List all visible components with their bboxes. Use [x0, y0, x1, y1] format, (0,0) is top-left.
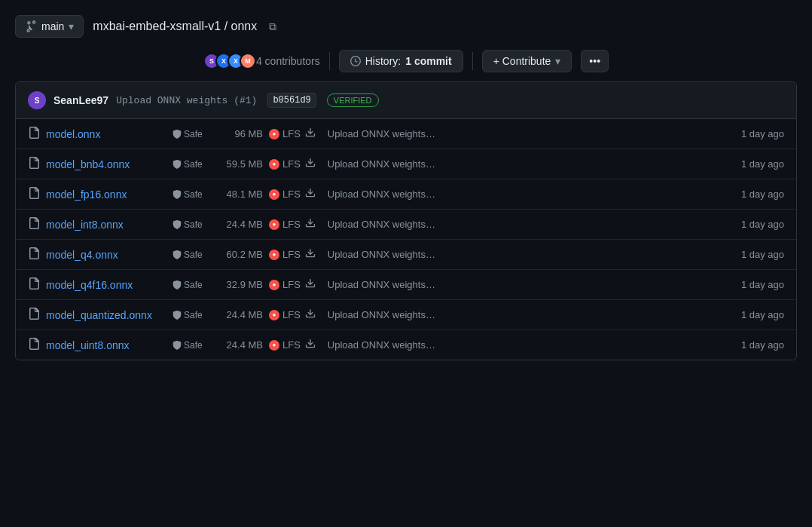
file-size: 48.1 MB [210, 188, 263, 200]
lfs-badge: ● LFS [269, 188, 301, 200]
download-icon[interactable] [305, 248, 316, 261]
file-time: 1 day ago [724, 158, 784, 170]
lfs-badge: ● LFS [269, 128, 301, 139]
file-name[interactable]: model.onnx [46, 128, 166, 140]
contributors-count: 4 contributors [256, 55, 320, 67]
table-row: model_int8.onnx Safe 24.4 MB ● LFS Uploa… [16, 210, 796, 240]
file-table: S SeanLee97 Upload ONNX weights (#1) b05… [15, 81, 797, 360]
chevron-down-icon: ▾ [69, 20, 74, 32]
file-commit-message: Upload ONNX weights… [328, 309, 712, 320]
safe-badge: Safe [172, 280, 210, 290]
file-icon [28, 127, 40, 141]
file-size: 32.9 MB [210, 279, 263, 290]
file-name[interactable]: model_quantized.onnx [46, 309, 166, 321]
table-row: model_q4f16.onnx Safe 32.9 MB ● LFS Uplo… [16, 270, 796, 300]
file-icon [28, 247, 40, 262]
lfs-label: LFS [282, 339, 301, 351]
table-row: model_fp16.onnx Safe 48.1 MB ● LFS Uploa… [16, 179, 796, 210]
shield-icon [172, 341, 182, 350]
lfs-dot-icon: ● [269, 310, 279, 320]
lfs-dot-icon: ● [269, 340, 279, 351]
shield-icon [172, 190, 182, 199]
file-commit-message: Upload ONNX weights… [328, 339, 712, 351]
file-commit-message: Upload ONNX weights… [328, 249, 712, 260]
file-size: 24.4 MB [210, 339, 263, 351]
git-branch-icon [25, 20, 37, 32]
breadcrumb: mxbai-embed-xsmall-v1 / onnx [93, 20, 257, 33]
table-row: model_uint8.onnx Safe 24.4 MB ● LFS Uplo… [16, 330, 796, 360]
download-icon[interactable] [305, 308, 316, 321]
contributors-group[interactable]: S X X M 4 contributors [203, 53, 320, 69]
file-name[interactable]: model_uint8.onnx [46, 339, 166, 351]
file-commit-message: Upload ONNX weights… [328, 158, 712, 170]
commit-header-row: S SeanLee97 Upload ONNX weights (#1) b05… [16, 82, 796, 119]
file-commit-message: Upload ONNX weights… [328, 279, 712, 290]
file-time: 1 day ago [724, 339, 784, 351]
lfs-dot-icon: ● [269, 280, 279, 290]
lfs-badge: ● LFS [269, 249, 301, 260]
download-icon[interactable] [305, 127, 316, 140]
safe-badge: Safe [172, 310, 210, 320]
file-name[interactable]: model_fp16.onnx [46, 188, 166, 201]
history-label: History: [365, 55, 401, 67]
file-time: 1 day ago [724, 249, 784, 260]
lfs-badge: ● LFS [269, 158, 301, 170]
file-icon [28, 308, 40, 322]
contribute-label: + Contribute [493, 55, 551, 67]
branch-selector[interactable]: main ▾ [15, 15, 84, 38]
file-commit-message: Upload ONNX weights… [328, 219, 712, 230]
lfs-label: LFS [282, 309, 301, 320]
file-name[interactable]: model_bnb4.onnx [46, 158, 166, 170]
file-time: 1 day ago [724, 128, 784, 139]
lfs-label: LFS [282, 128, 301, 139]
file-name[interactable]: model_q4f16.onnx [46, 279, 166, 291]
file-size: 59.5 MB [210, 158, 263, 170]
shield-icon [172, 130, 182, 139]
shield-icon [172, 250, 182, 259]
commit-author-name[interactable]: SeanLee97 [53, 94, 108, 106]
download-icon[interactable] [305, 278, 316, 291]
lfs-label: LFS [282, 249, 301, 260]
lfs-dot-icon: ● [269, 189, 279, 200]
safe-badge: Safe [172, 219, 210, 230]
contribute-chevron-icon: ▾ [555, 55, 560, 67]
file-time: 1 day ago [724, 188, 784, 200]
shield-icon [172, 311, 182, 320]
lfs-badge: ● LFS [269, 219, 301, 230]
copy-path-icon[interactable]: ⧉ [269, 20, 276, 33]
file-size: 96 MB [210, 128, 263, 139]
download-icon[interactable] [305, 188, 316, 201]
branch-name: main [41, 20, 64, 32]
download-icon[interactable] [305, 218, 316, 231]
commit-sha[interactable]: b0561d9 [267, 93, 316, 108]
lfs-badge: ● LFS [269, 339, 301, 351]
lfs-label: LFS [282, 219, 301, 230]
safe-badge: Safe [172, 159, 210, 170]
file-name[interactable]: model_int8.onnx [46, 219, 166, 231]
history-button[interactable]: History: 1 commit [339, 50, 463, 72]
file-time: 1 day ago [724, 219, 784, 230]
download-icon[interactable] [305, 158, 316, 170]
file-rows-container: model.onnx Safe 96 MB ● LFS Upload ONNX … [16, 119, 796, 360]
commit-author-avatar: S [28, 91, 46, 109]
lfs-badge: ● LFS [269, 309, 301, 320]
file-commit-message: Upload ONNX weights… [328, 188, 712, 200]
file-time: 1 day ago [724, 279, 784, 290]
download-icon[interactable] [305, 339, 316, 351]
file-icon [28, 277, 40, 292]
clock-icon [350, 56, 361, 66]
file-commit-message: Upload ONNX weights… [328, 128, 712, 139]
file-name[interactable]: model_q4.onnx [46, 249, 166, 261]
contribute-button[interactable]: + Contribute ▾ [482, 50, 572, 72]
table-row: model.onnx Safe 96 MB ● LFS Upload ONNX … [16, 119, 796, 149]
file-icon [28, 187, 40, 201]
vertical-divider [472, 52, 473, 70]
file-icon [28, 217, 40, 231]
lfs-label: LFS [282, 279, 301, 290]
file-icon [28, 338, 40, 352]
lfs-dot-icon: ● [269, 159, 279, 170]
commit-message-text: Upload ONNX weights (#1) [116, 95, 257, 106]
file-size: 24.4 MB [210, 309, 263, 320]
more-options-button[interactable]: ••• [581, 50, 609, 72]
meta-bar: S X X M 4 contributors History: 1 commit… [15, 50, 797, 72]
